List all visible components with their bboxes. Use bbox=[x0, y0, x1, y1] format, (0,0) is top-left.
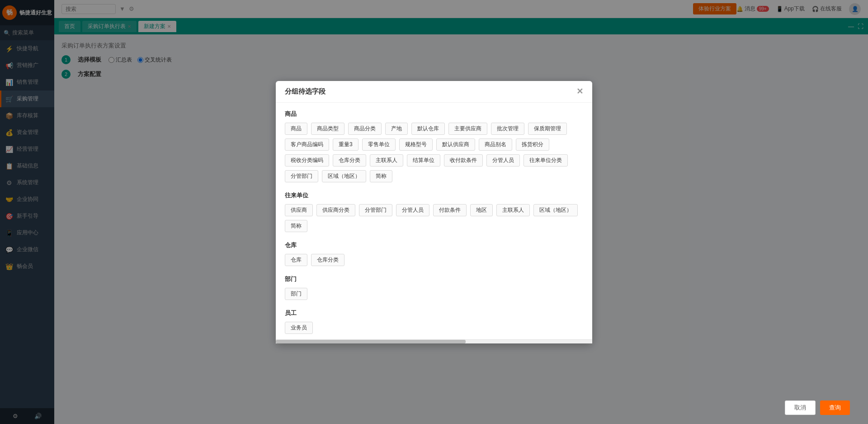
section-department: 部门 部门 bbox=[285, 275, 583, 300]
field-tag[interactable]: 业务员 bbox=[285, 322, 313, 334]
field-tag[interactable]: 零售单位 bbox=[362, 138, 396, 151]
field-tag[interactable]: 商品类型 bbox=[311, 123, 344, 135]
field-tag[interactable]: 重量3 bbox=[333, 138, 359, 151]
section-department-fields: 部门 bbox=[285, 288, 583, 300]
field-tag[interactable]: 付款条件 bbox=[433, 204, 467, 216]
field-tag[interactable]: 商品别名 bbox=[479, 138, 512, 151]
section-products: 商品 商品 商品类型 商品分类 产地 默认仓库 主要供应商 批次管理 保质期管理… bbox=[285, 110, 583, 182]
field-tag[interactable]: 主要供应商 bbox=[448, 123, 487, 135]
modal-body[interactable]: 商品 商品 商品类型 商品分类 产地 默认仓库 主要供应商 批次管理 保质期管理… bbox=[276, 103, 592, 340]
field-tag[interactable]: 地区 bbox=[470, 204, 493, 216]
field-tag[interactable]: 保质期管理 bbox=[528, 123, 567, 135]
field-tag[interactable]: 简称 bbox=[285, 220, 307, 232]
field-tag[interactable]: 默认供应商 bbox=[436, 138, 475, 151]
section-warehouse-title: 仓库 bbox=[285, 241, 583, 249]
field-select-modal: 分组待选字段 ✕ 商品 商品 商品类型 商品分类 产地 默认仓库 主要供应商 批… bbox=[276, 81, 592, 343]
section-products-title: 商品 bbox=[285, 110, 583, 118]
field-tag[interactable]: 往来单位分类 bbox=[524, 154, 568, 167]
section-employee-fields: 业务员 bbox=[285, 322, 583, 334]
section-partners-title: 往来单位 bbox=[285, 191, 583, 200]
field-tag[interactable]: 部门 bbox=[285, 288, 307, 300]
field-tag[interactable]: 拣货积分 bbox=[516, 138, 549, 151]
section-partners-fields: 供应商 供应商分类 分管部门 分管人员 付款条件 地区 主联系人 区域（地区） … bbox=[285, 204, 583, 232]
field-tag[interactable]: 区域（地区） bbox=[322, 170, 366, 182]
field-tag[interactable]: 批次管理 bbox=[491, 123, 524, 135]
field-tag[interactable]: 结算单位 bbox=[407, 154, 440, 167]
modal-horizontal-scrollbar[interactable] bbox=[276, 339, 592, 343]
field-tag[interactable]: 商品 bbox=[285, 123, 307, 135]
field-tag[interactable]: 产地 bbox=[385, 123, 408, 135]
section-warehouse-fields: 仓库 仓库分类 bbox=[285, 254, 583, 266]
field-tag[interactable]: 仓库分类 bbox=[311, 254, 344, 266]
section-partners: 往来单位 供应商 供应商分类 分管部门 分管人员 付款条件 地区 主联系人 区域… bbox=[285, 191, 583, 232]
section-products-fields: 商品 商品类型 商品分类 产地 默认仓库 主要供应商 批次管理 保质期管理 客户… bbox=[285, 123, 583, 182]
field-tag[interactable]: 主联系人 bbox=[370, 154, 403, 167]
field-tag[interactable]: 税收分类编码 bbox=[285, 154, 329, 167]
field-tag[interactable]: 区域（地区） bbox=[533, 204, 578, 216]
field-tag[interactable]: 仓库 bbox=[285, 254, 307, 266]
field-tag[interactable]: 规格型号 bbox=[399, 138, 433, 151]
cancel-button[interactable]: 取消 bbox=[785, 400, 816, 415]
modal-close-button[interactable]: ✕ bbox=[576, 87, 583, 95]
modal-overlay: 分组待选字段 ✕ 商品 商品 商品类型 商品分类 产地 默认仓库 主要供应商 批… bbox=[0, 0, 868, 424]
field-tag[interactable]: 商品分类 bbox=[348, 123, 382, 135]
modal-title: 分组待选字段 bbox=[285, 87, 326, 96]
confirm-button[interactable]: 查询 bbox=[820, 400, 850, 415]
section-department-title: 部门 bbox=[285, 275, 583, 283]
modal-header: 分组待选字段 ✕ bbox=[276, 81, 592, 103]
field-tag[interactable]: 客户商品编码 bbox=[285, 138, 329, 151]
field-tag[interactable]: 分管人员 bbox=[486, 154, 520, 167]
field-tag[interactable]: 简称 bbox=[370, 170, 392, 182]
field-tag[interactable]: 分管人员 bbox=[396, 204, 429, 216]
field-tag[interactable]: 收付款条件 bbox=[444, 154, 483, 167]
section-warehouse: 仓库 仓库 仓库分类 bbox=[285, 241, 583, 266]
section-employee: 员工 业务员 bbox=[285, 309, 583, 334]
field-tag[interactable]: 分管部门 bbox=[359, 204, 392, 216]
section-employee-title: 员工 bbox=[285, 309, 583, 317]
field-tag[interactable]: 供应商分类 bbox=[316, 204, 355, 216]
field-tag[interactable]: 默认仓库 bbox=[411, 123, 445, 135]
field-tag[interactable]: 仓库分类 bbox=[333, 154, 366, 167]
field-tag[interactable]: 分管部门 bbox=[285, 170, 318, 182]
field-tag[interactable]: 供应商 bbox=[285, 204, 313, 216]
field-tag[interactable]: 主联系人 bbox=[496, 204, 530, 216]
